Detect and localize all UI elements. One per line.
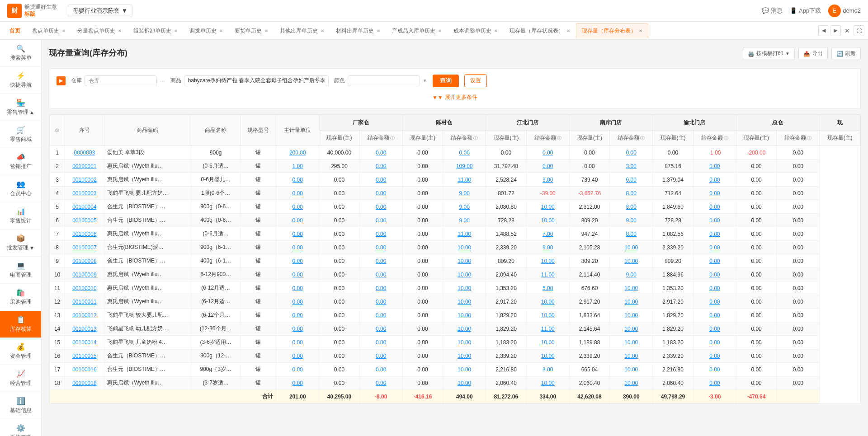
cell-nanan-amt: 2,060.40 [569, 376, 610, 390]
close-icon[interactable]: ✕ [219, 28, 223, 33]
cell-spec: (0-6月适… [191, 227, 241, 241]
close-icon[interactable]: ✕ [118, 28, 122, 33]
sidebar-item-ops[interactable]: 📈 经营管理 [0, 365, 41, 392]
sidebar-item-marketing[interactable]: 📣 营销推广 [0, 148, 41, 175]
sidebar-item-search[interactable]: 🔍 搜索英单 [0, 40, 41, 67]
cell-name: 惠氏启赋（Wyeth illu… [104, 281, 191, 295]
sidebar-item-finance[interactable]: 💰 资金管理 [0, 338, 41, 365]
table-row: 12 00100011 惠氏启赋（Wyeth illu… (6-12月适… 罐 … [50, 295, 860, 309]
cell-no: 2 [50, 159, 65, 173]
cell-factory-qty: 1.00 [276, 159, 319, 173]
cell-unit: 罐 [241, 268, 276, 281]
close-icon[interactable]: ✕ [639, 28, 642, 33]
store-selector[interactable]: 母婴行业演示陈套 ▼ [68, 5, 132, 17]
settings-button[interactable]: 设置 [464, 74, 487, 87]
ecom-icon: 💻 [16, 261, 25, 270]
logo-icon: 财 [7, 4, 22, 18]
cell-total-qty: 0.00 [693, 309, 736, 322]
close-icon[interactable]: ✕ [62, 28, 66, 33]
cell-jiangbei-qty: 109.00 [443, 159, 486, 173]
cell-factory-amt: 0.00 [319, 214, 360, 227]
sidebar-item-member[interactable]: 👥 会员中心 [0, 175, 41, 202]
sidebar-item-purchase[interactable]: 🛍️ 采购管理 [0, 284, 41, 311]
nav-next-arrow[interactable]: ▶ [830, 25, 841, 36]
tab-chanpin[interactable]: 产成品入库单历史 ✕ [386, 23, 448, 38]
sidebar-item-mall[interactable]: 🛒 零售商城 [0, 121, 41, 148]
cell-code: 00100011 [65, 295, 104, 309]
expand-conditions-btn[interactable]: ▼▼ 展开更多条件 [432, 92, 477, 103]
nav-expand-btn[interactable]: ⛶ [854, 25, 864, 36]
color-input[interactable] [348, 75, 420, 86]
refresh-icon: 🔄 [836, 51, 843, 57]
sidebar-item-quicknav[interactable]: ⚡ 快捷导航 [0, 67, 41, 94]
cell-code: 00100004 [65, 200, 104, 214]
cell-total-amt: 0.00 [736, 336, 777, 349]
goods-input[interactable] [184, 75, 329, 86]
summary-total-amt: -470.64 [736, 390, 777, 403]
tab-qita[interactable]: 其他出库单历史 ✕ [274, 23, 330, 38]
cell-chencun-amt: 0.00 [402, 159, 443, 173]
sidebar-item-basic[interactable]: ℹ️ 基础信息 [0, 392, 41, 419]
cell-unit: 罐 [241, 173, 276, 187]
cell-factory-amt: 0.00 [319, 349, 360, 363]
color-label: 颜色 [334, 77, 345, 84]
warehouse-input[interactable] [85, 75, 157, 86]
refresh-button[interactable]: 🔄 刷新 [831, 47, 861, 60]
cell-total-amt: -200.00 [736, 146, 777, 159]
tab-home[interactable]: 首页 [4, 23, 26, 38]
tab-fenpan[interactable]: 分量盘点单历史 ✕ [71, 23, 127, 38]
nav-prev-arrow[interactable]: ◀ [818, 25, 829, 36]
cell-yubei-qty: 10.00 [610, 254, 653, 268]
close-icon[interactable]: ✕ [566, 28, 570, 33]
cell-yubei-qty: 0.00 [610, 146, 653, 159]
print-button[interactable]: 🖨️ 按模板打印 ▼ [743, 47, 795, 60]
inventory-icon: 📋 [16, 315, 25, 324]
sidebar-item-retail[interactable]: 🏪 零售管理▲ [0, 94, 41, 121]
col-settings[interactable]: ⚙ [50, 115, 65, 146]
close-icon[interactable]: ✕ [174, 28, 178, 33]
tab-pandian[interactable]: 盘点单历史 ✕ [26, 23, 71, 38]
close-icon[interactable]: ✕ [494, 28, 498, 33]
tab-xiancun1[interactable]: 现存量（库存状况表） ✕ [504, 23, 576, 38]
sidebar-item-wholesale[interactable]: 📦 批发管理▼ [0, 230, 41, 257]
export-button[interactable]: 📤 导出 [798, 47, 828, 60]
cell-nanan-amt: 2,917.20 [569, 295, 610, 309]
app-download-action[interactable]: 📱 App下载 [790, 7, 821, 15]
color-filter: 颜色 ▼ [334, 75, 427, 86]
user-menu[interactable]: E demo2 [828, 5, 861, 17]
nav-close-btn[interactable]: ✕ [842, 25, 853, 36]
cell-no: 1 [50, 146, 65, 159]
close-icon[interactable]: ✕ [321, 28, 324, 33]
tab-cailiao[interactable]: 材料出库单历史 ✕ [330, 23, 386, 38]
cell-chencun-qty: 0.00 [359, 227, 402, 241]
cell-factory-amt: 0.00 [319, 227, 360, 241]
cell-chencun-qty: 0.00 [359, 187, 402, 200]
cell-jiangbei-amt: 1,488.52 [486, 227, 527, 241]
cell-jiangbei-amt: 809.20 [486, 254, 527, 268]
cell-spec: (12-36个月… [191, 322, 241, 336]
close-icon[interactable]: ✕ [264, 28, 268, 33]
sidebar-item-ecom[interactable]: 💻 电商管理 [0, 257, 41, 284]
tab-yaohuo[interactable]: 要货单历史 ✕ [229, 23, 274, 38]
tab-xiancun2[interactable]: 现存量（库存分布表） ✕ [576, 23, 648, 38]
search-button[interactable]: 查询 [433, 75, 459, 87]
tab-chengben[interactable]: 成本调整单历史 ✕ [448, 23, 504, 38]
tab-zuhe[interactable]: 组装拆卸单历史 ✕ [127, 23, 184, 38]
cell-spec: 400g（0-6… [191, 214, 241, 227]
message-action[interactable]: 💬 消息 [762, 7, 783, 15]
sidebar-item-retailstat[interactable]: 📊 零售统计 [0, 202, 41, 230]
sidebar-item-inventory[interactable]: 📋 库存核算 [0, 311, 41, 338]
close-icon[interactable]: ✕ [438, 28, 442, 33]
cell-jiangbei-amt: 0.00 [486, 146, 527, 159]
cell-code: 00100014 [65, 336, 104, 349]
tab-diaopo[interactable]: 调拨单历史 ✕ [184, 23, 229, 38]
sidebar-item-system[interactable]: ⚙️ 系统管理 [0, 419, 41, 436]
cell-yubei-qty: 8.00 [610, 200, 653, 214]
cell-factory-qty: 0.00 [276, 241, 319, 254]
close-icon[interactable]: ✕ [377, 28, 380, 33]
cell-yubei-amt: 1,183.20 [653, 336, 693, 349]
cell-yubei-amt: 2,339.20 [653, 349, 693, 363]
color-dropdown-icon[interactable]: ▼ [423, 78, 427, 83]
col-code: 商品编码 [104, 115, 191, 146]
collapse-arrow[interactable]: ▶ [57, 76, 66, 85]
